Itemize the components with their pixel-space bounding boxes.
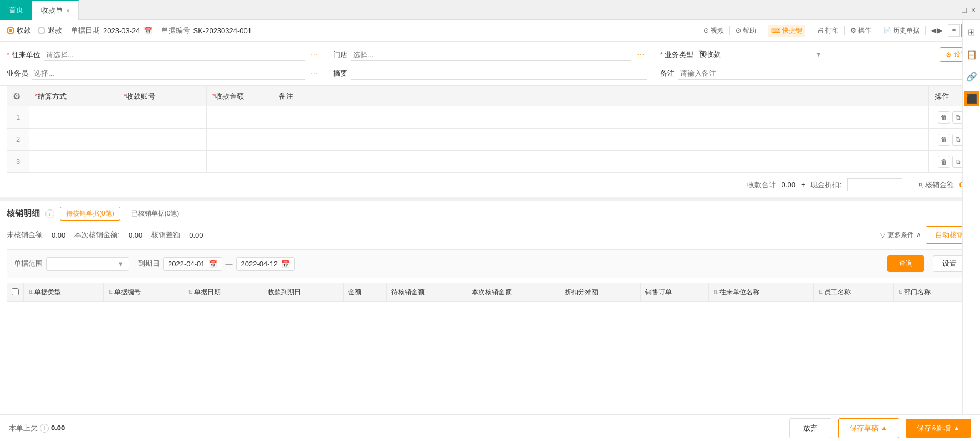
minimize-btn[interactable]: — — [950, 6, 957, 14]
date-field: 单据日期 2023-03-24 📅 — [71, 25, 152, 35]
row-2-settlement[interactable] — [29, 129, 118, 151]
reconciliation-section: 核销明细 i 待核销单据(0笔) 已核销单据(0笔) 未核销金额 0.00 本次… — [0, 201, 980, 307]
discard-btn[interactable]: 放弃 — [789, 418, 831, 438]
col-dept: ⇅ 部门名称 — [893, 283, 973, 302]
toolbar-actions: ⊙ 视频 ⊙ 帮助 ⌨ 快捷键 🖨 打印 ⚙ 操作 — [703, 24, 973, 37]
save-draft-arrow: ▲ — [881, 424, 888, 432]
table-row: 3 🗑 ⧉ — [7, 151, 973, 173]
divider-5 — [877, 26, 877, 35]
row-2-amount[interactable] — [207, 129, 273, 151]
bottom-info-icon[interactable]: i — [40, 424, 49, 433]
counterparty-more-btn[interactable]: ··· — [308, 50, 320, 60]
save-new-btn[interactable]: 保存&新增 ▲ — [906, 419, 971, 438]
col-discount: 折扣分摊额 — [560, 283, 640, 302]
sidebar-icon-4[interactable]: ⬛ — [964, 91, 979, 106]
select-all-checkbox[interactable] — [12, 288, 19, 295]
save-draft-btn[interactable]: 保存草稿 ▲ — [838, 418, 900, 438]
store-more-btn[interactable]: ··· — [635, 50, 646, 60]
business-type-label: 业务类型 — [660, 50, 694, 60]
date-from-value: 2022-04-01 — [168, 260, 205, 268]
tab-current[interactable]: 收款单 × — [32, 0, 79, 20]
col-this-time: 本次核销金额 — [467, 283, 560, 302]
sidebar-icon-1[interactable]: ⊞ — [964, 24, 979, 40]
row-3-account[interactable] — [118, 151, 207, 173]
bottom-total-label: 本单上欠 — [9, 423, 38, 433]
row-3-settlement[interactable] — [29, 151, 118, 173]
counterparty-input[interactable] — [44, 49, 305, 61]
col-settings[interactable]: ⚙ — [7, 86, 29, 106]
date-from-input[interactable]: 2022-04-01 📅 — [163, 257, 222, 271]
row-3-amount[interactable] — [207, 151, 273, 173]
operation-btn[interactable]: ⚙ 操作 — [850, 26, 871, 35]
date-to-input[interactable]: 2022-04-12 📅 — [236, 257, 295, 271]
col-settlement: *结算方式 — [29, 86, 118, 106]
more-conditions-btn[interactable]: ▽ 更多条件 ∧ — [880, 230, 921, 240]
sort-icon: ⇅ — [108, 289, 113, 295]
tab-home[interactable]: 首页 — [0, 0, 32, 20]
nav-prev[interactable]: ◀ — [931, 27, 936, 34]
done-tab[interactable]: 已核销单据(0笔) — [126, 207, 185, 220]
row-2-account[interactable] — [118, 129, 207, 151]
row-1-remark[interactable] — [273, 106, 929, 129]
filter-icon: ▽ — [880, 231, 885, 239]
summary-input[interactable] — [351, 68, 646, 80]
layout-btn-list[interactable]: ≡ — [948, 24, 960, 37]
form-row-1: 往来单位 ··· 门店 ··· 业务类型 预收款 ▼ ⚙ 设置 — [7, 47, 973, 62]
pending-tab[interactable]: 待核销单据(0笔) — [60, 207, 120, 221]
calendar-icon[interactable]: 📅 — [144, 27, 152, 35]
store-input[interactable] — [351, 49, 631, 61]
help-label: 帮助 — [743, 26, 756, 35]
discount-input[interactable] — [847, 178, 902, 191]
row-1-settlement[interactable] — [29, 106, 118, 129]
row-3-remark[interactable] — [273, 151, 929, 173]
row-1-account[interactable] — [118, 106, 207, 129]
video-btn[interactable]: ⊙ 视频 — [703, 26, 724, 35]
row-1-num: 1 — [7, 106, 29, 129]
calendar-from-icon[interactable]: 📅 — [208, 260, 217, 268]
query-btn[interactable]: 查询 — [887, 255, 924, 272]
this-time-value: 0.00 — [129, 231, 142, 239]
more-conditions-label: 更多条件 — [887, 230, 914, 240]
staff-more-btn[interactable]: ··· — [308, 69, 320, 79]
nav-next[interactable]: ▶ — [937, 27, 942, 34]
row-1-delete-icon[interactable]: 🗑 — [938, 111, 950, 124]
row-3-delete-icon[interactable]: 🗑 — [938, 156, 950, 168]
business-type-select[interactable]: 预收款 ▼ — [697, 48, 932, 61]
history-btn[interactable]: 📄 历史单据 — [883, 26, 920, 35]
bottom-total-value: 0.00 — [51, 424, 65, 432]
store-label: 门店 — [333, 50, 348, 60]
history-label: 历史单据 — [893, 26, 920, 35]
sidebar-icon-3[interactable]: 🔗 — [964, 69, 979, 84]
due-date-label: 到期日 — [138, 259, 160, 269]
close-btn[interactable]: × — [971, 6, 976, 14]
bottom-table: ⇅ 单据类型 ⇅ 单据编号 ⇅ 单据日期 收款到期日 金 — [7, 283, 973, 302]
recon-stats: 未核销金额 0.00 本次核销金额: 0.00 核销差额 0.00 ▽ 更多条件… — [7, 226, 973, 244]
row-3-num: 3 — [7, 151, 29, 173]
restore-btn[interactable]: □ — [962, 6, 966, 14]
print-btn[interactable]: 🖨 打印 — [817, 26, 839, 35]
number-label: 单据编号 — [161, 25, 190, 35]
table-section: ⚙ *结算方式 *收款账号 *收款金额 备注 操作 — [0, 86, 980, 173]
remark-input[interactable] — [678, 68, 973, 80]
tab-current-label: 收款单 — [41, 6, 63, 16]
shortcut-btn[interactable]: ⌨ 快捷键 — [768, 25, 805, 37]
tab-close-btn[interactable]: × — [66, 7, 69, 14]
table-gear-icon[interactable]: ⚙ — [13, 91, 21, 101]
help-btn[interactable]: ⊙ 帮助 — [736, 26, 756, 35]
sidebar-icon-2[interactable]: 📋 — [964, 47, 979, 62]
calendar-to-icon[interactable]: 📅 — [281, 260, 290, 268]
filter-settings-btn[interactable]: 设置 — [933, 255, 966, 272]
range-select[interactable]: ▼ — [46, 257, 129, 271]
radio-refund[interactable]: 退款 — [38, 25, 62, 35]
row-2-num: 2 — [7, 129, 29, 151]
recon-info-icon[interactable]: i — [45, 209, 54, 218]
counterparty-label: 往来单位 — [7, 50, 40, 60]
staff-input[interactable] — [32, 68, 305, 80]
row-1-amount[interactable] — [207, 106, 273, 129]
row-2-remark[interactable] — [273, 129, 929, 151]
save-new-label: 保存&新增 — [917, 423, 951, 433]
col-amount: 金额 — [344, 283, 386, 302]
radio-receive[interactable]: 收款 — [7, 25, 31, 35]
col-sales-order: 销售订单 — [641, 283, 709, 302]
row-2-delete-icon[interactable]: 🗑 — [938, 134, 950, 146]
